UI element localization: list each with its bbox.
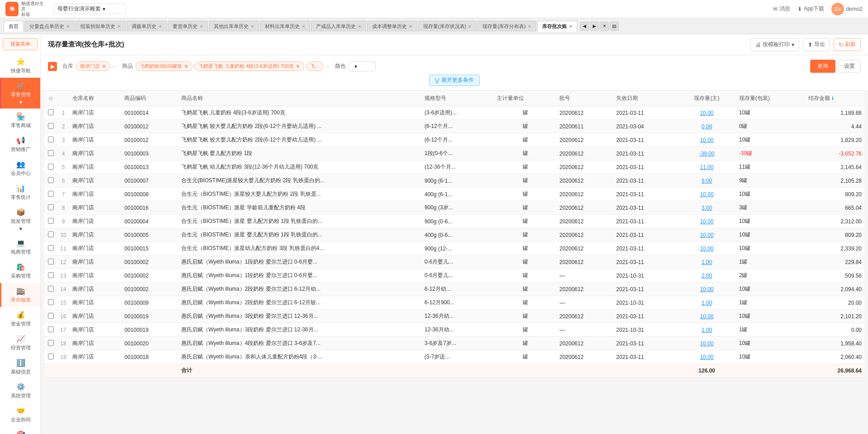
cell-stock-main[interactable]: 1.00 <box>677 296 736 310</box>
close-icon[interactable]: ✕ <box>66 24 70 29</box>
row-checkbox[interactable] <box>44 188 57 201</box>
sidebar-item-ecommerce[interactable]: 💻 电商管理 <box>0 235 40 259</box>
cell-stock-main[interactable]: 10.00 <box>677 188 736 201</box>
close-icon[interactable]: ✕ <box>158 24 162 29</box>
cell-stock-main[interactable]: 10.00 <box>677 215 736 228</box>
print-btn[interactable]: 🖨 按模板打印 ▾ <box>750 38 799 51</box>
expand-filter-btn[interactable]: ▶ <box>48 62 57 71</box>
close-icon[interactable]: ✕ <box>409 24 412 29</box>
tab-next-btn[interactable]: ▶ <box>590 22 599 31</box>
cell-stock-main[interactable]: 1.00 <box>677 323 736 337</box>
tab-1[interactable]: 分量盘点单历史 ✕ <box>24 21 75 32</box>
row-checkbox[interactable] <box>44 215 57 228</box>
close-icon[interactable]: ✕ <box>528 24 531 29</box>
cell-stock-main[interactable]: 10.00 <box>677 242 736 255</box>
refresh-btn[interactable]: ↻ 刷新 <box>834 38 861 51</box>
sidebar-item-quick-nav[interactable]: ⭐ 快捷导航 <box>0 54 40 78</box>
cell-stock-main[interactable]: 10.00 <box>677 337 736 350</box>
row-checkbox[interactable] <box>44 160 57 174</box>
tab-close-btn[interactable]: ✕ <box>600 22 609 31</box>
export-btn[interactable]: ⬆ 导出 <box>803 38 830 51</box>
warehouse-tag-1[interactable]: 南岸门店 ✕ <box>76 61 110 71</box>
row-checkbox[interactable] <box>44 350 57 364</box>
remove-tag-icon[interactable]: ✕ <box>102 63 106 70</box>
set-btn[interactable]: 设置 <box>838 60 861 73</box>
settings-icon[interactable]: ⚙ <box>48 95 53 102</box>
tab-3[interactable]: 调拨单历史 ✕ <box>127 21 167 32</box>
tab-menu-btn[interactable]: ▤ <box>610 22 619 31</box>
cell-stock-main[interactable]: 10.00 <box>677 310 736 323</box>
tab-home[interactable]: 首页 <box>4 21 24 32</box>
row-checkbox[interactable] <box>44 323 57 337</box>
cell-stock-main[interactable]: 10.00 <box>677 106 736 120</box>
tab-7[interactable]: 产成品入库单历史 ✕ <box>311 21 366 32</box>
row-checkbox[interactable] <box>44 106 57 120</box>
row-checkbox[interactable] <box>44 337 57 350</box>
close-icon[interactable]: ✕ <box>117 24 121 29</box>
tab-4[interactable]: 要货单历史 ✕ <box>168 21 208 32</box>
sidebar-item-operation[interactable]: 📈 经营管理 <box>0 331 40 355</box>
cell-stock-main[interactable]: 10.00 <box>677 228 736 242</box>
tab-10[interactable]: 现存量(库存分布表) ✕ <box>477 21 536 32</box>
cell-stock-main[interactable]: -39.00 <box>677 147 736 160</box>
industry-select[interactable]: 母婴行业演示账套 ▾ <box>53 4 126 14</box>
query-btn[interactable]: 查询 <box>810 60 835 73</box>
row-checkbox[interactable] <box>44 310 57 323</box>
tab-2[interactable]: 组装拆卸单历史 ✕ <box>75 21 126 32</box>
tab-5[interactable]: 其他出库单历史 ✕ <box>209 21 259 32</box>
row-checkbox[interactable] <box>44 201 57 215</box>
row-checkbox[interactable] <box>44 228 57 242</box>
sidebar-item-purchase[interactable]: 🛍️ 采购管理 <box>0 259 40 283</box>
cell-stock-main[interactable]: 0.00 <box>677 120 736 133</box>
row-checkbox[interactable] <box>44 255 57 269</box>
sidebar-item-finance[interactable]: 💰 资金管理 <box>0 307 40 331</box>
close-icon[interactable]: ✕ <box>302 24 305 29</box>
cell-stock-main[interactable]: 3.00 <box>677 201 736 215</box>
row-checkbox[interactable] <box>44 283 57 296</box>
sidebar-item-enterprise[interactable]: 🤝 企业协同 <box>0 403 40 427</box>
row-checkbox[interactable] <box>44 133 57 147</box>
search-menu-btn[interactable]: 搜索英单 <box>3 38 38 50</box>
color-select[interactable]: ▾ <box>349 61 376 71</box>
cell-stock-main[interactable]: 11.00 <box>677 160 736 174</box>
goods-tag-3[interactable]: 飞... <box>306 61 323 71</box>
close-icon[interactable]: ✕ <box>468 24 472 29</box>
app-download-btn[interactable]: ⬇ App下载 <box>797 5 824 13</box>
row-checkbox[interactable] <box>44 147 57 160</box>
cell-stock-main[interactable]: 1.00 <box>677 255 736 269</box>
sidebar-item-member[interactable]: 👥 会员中心 <box>0 156 40 180</box>
filter-more-icon-2[interactable]: ··· <box>325 63 330 70</box>
sidebar-item-retail-stats[interactable]: 📊 零售统计 <box>0 180 40 204</box>
tab-11[interactable]: 库存批次账 ✕ <box>537 21 577 32</box>
remove-tag-icon-2[interactable]: ✕ <box>184 63 189 70</box>
row-checkbox[interactable] <box>44 120 57 133</box>
sidebar-item-retail-shop[interactable]: 🏪 零售商城 <box>0 108 40 132</box>
cell-stock-main[interactable]: 2.00 <box>677 269 736 283</box>
goods-tag-2[interactable]: 飞鹤星飞帆 儿童奶粉 4段(3-6岁适用) 700克 ✕ <box>194 61 304 71</box>
sidebar-item-guide[interactable]: 🎯 新手引导 <box>0 427 40 434</box>
messages-btn[interactable]: ✉ 消息 <box>773 5 790 13</box>
sidebar-item-wholesale[interactable]: 📦 批发管理 ▼ <box>0 204 40 235</box>
row-checkbox[interactable] <box>44 269 57 283</box>
remove-tag-icon-3[interactable]: ✕ <box>296 63 300 70</box>
cell-stock-main[interactable]: 10.00 <box>677 350 736 364</box>
tab-prev-btn[interactable]: ◀ <box>580 22 589 31</box>
tab-6[interactable]: 材料出库单历史 ✕ <box>260 21 310 32</box>
sidebar-item-system[interactable]: ⚙️ 系统管理 <box>0 379 40 403</box>
row-checkbox[interactable] <box>44 242 57 255</box>
row-checkbox[interactable] <box>44 296 57 310</box>
close-icon[interactable]: ✕ <box>250 24 254 29</box>
row-checkbox[interactable] <box>44 174 57 188</box>
sidebar-item-basic-info[interactable]: ℹ️ 基础信息 <box>0 355 40 379</box>
user-avatar[interactable]: Ea demo2 <box>831 3 863 15</box>
close-icon[interactable]: ✕ <box>199 24 203 29</box>
cell-stock-main[interactable]: 9.00 <box>677 174 736 188</box>
tab-9[interactable]: 现存量(库存状况表) ✕ <box>418 21 476 32</box>
expand-conditions-btn[interactable]: ⋁ 展开更多条件 <box>429 75 480 86</box>
cell-stock-main[interactable]: 10.00 <box>677 283 736 296</box>
close-icon[interactable]: ✕ <box>358 24 361 29</box>
close-icon[interactable]: ✕ <box>569 24 572 29</box>
cell-stock-main[interactable]: 10.00 <box>677 133 736 147</box>
info-icon[interactable]: ℹ <box>832 96 834 101</box>
sidebar-item-retail-mgmt[interactable]: 🛒 零售管理 ▼ <box>0 78 40 108</box>
